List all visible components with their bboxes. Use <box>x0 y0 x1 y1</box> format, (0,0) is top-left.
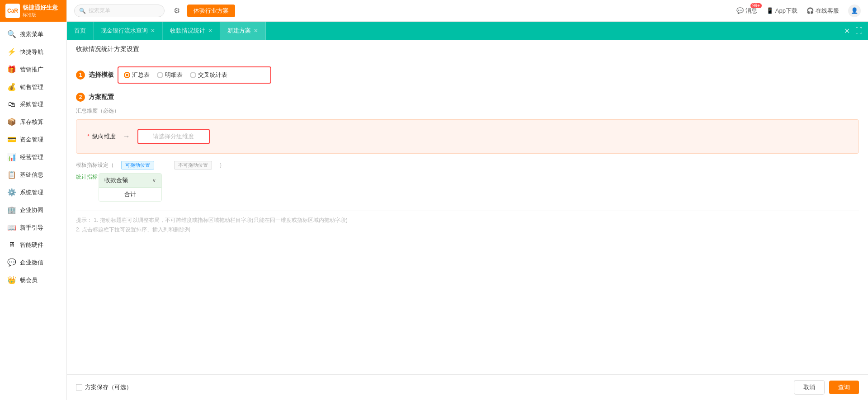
tab-new-plan[interactable]: 新建方案 ✕ <box>220 22 266 40</box>
settings-icon[interactable]: ⚙ <box>174 6 180 15</box>
sidebar-nav: 🔍 搜索菜单 ⚡ 快捷导航 🎁 营销推广 💰 销售管理 🛍 采购管理 📦 库存核… <box>0 22 66 400</box>
tab-collection-stat[interactable]: 收款情况统计 ✕ <box>163 22 220 40</box>
radio-cross-label: 交叉统计表 <box>198 71 227 79</box>
trial-button[interactable]: 体验行业方案 <box>187 5 235 17</box>
sidebar-item-purchase[interactable]: 🛍 采购管理 <box>0 96 66 113</box>
template-select-area: 汇总表 明细表 交叉统计表 <box>118 66 271 84</box>
sidebar-item-label: 新手引导 <box>20 224 43 232</box>
save-option[interactable]: 方案保存（可选） <box>76 383 132 391</box>
step1-number: 1 <box>76 71 85 80</box>
step2-number: 2 <box>76 93 85 102</box>
sidebar-item-corp-collab[interactable]: 🏢 企业协同 <box>0 201 66 219</box>
sidebar-item-label: 库存核算 <box>20 118 43 126</box>
book-icon: 📖 <box>7 223 16 232</box>
content-area: 收款情况统计方案设置 1 选择模板 汇总表 明细表 <box>67 40 868 400</box>
tab-new-plan-close[interactable]: ✕ <box>254 28 258 34</box>
sidebar-item-operations[interactable]: 📊 经营管理 <box>0 148 66 166</box>
metrics-setting-label: 模板指标设定（ <box>76 161 114 169</box>
download-button[interactable]: 📱 App下载 <box>766 7 797 15</box>
metrics-body: 合计 <box>99 188 161 201</box>
close-tab-icon[interactable]: ✕ <box>842 25 852 37</box>
metrics-label-sep <box>161 161 167 169</box>
message-button[interactable]: 💬 消息 99+ <box>736 7 757 15</box>
download-icon: 📱 <box>766 7 774 14</box>
metrics-total: 合计 <box>124 191 136 198</box>
required-mark: * <box>87 133 90 140</box>
sidebar-item-label: 基础信息 <box>20 171 43 179</box>
building-icon: 🏢 <box>7 206 16 214</box>
sidebar-item-basic-info[interactable]: 📋 基础信息 <box>0 166 66 184</box>
sidebar-item-corp-wechat[interactable]: 💬 企业微信 <box>0 254 66 271</box>
sidebar-item-label: 畅会员 <box>20 276 38 284</box>
save-checkbox[interactable] <box>76 384 82 391</box>
step2-section: 2 方案配置 汇总维度（必选） * 纵向维度 → <box>76 93 859 234</box>
step1-header: 1 选择模板 汇总表 明细表 交叉统计表 <box>76 66 859 84</box>
metrics-header[interactable]: 收款金额 ∨ <box>99 174 161 188</box>
radio-cross[interactable]: 交叉统计表 <box>190 71 227 79</box>
sidebar-item-label: 资金管理 <box>20 136 43 144</box>
tab-bank-label: 现金银行流水查询 <box>101 27 148 35</box>
user-icon: 👤 <box>851 7 858 14</box>
card-icon: 💳 <box>7 135 16 144</box>
sidebar-item-member[interactable]: 👑 畅会员 <box>0 271 66 289</box>
config-section: 汇总维度（必选） * 纵向维度 → 请选择分组维度 <box>76 107 859 234</box>
money-icon: 💰 <box>7 83 16 91</box>
tab-collection-label: 收款情况统计 <box>170 27 205 35</box>
radio-detail-label: 明细表 <box>165 71 183 79</box>
sidebar-item-smart-hw[interactable]: 🖥 智能硬件 <box>0 236 66 254</box>
dimension-row: * 纵向维度 → 请选择分组维度 <box>87 129 848 144</box>
topbar-right: 💬 消息 99+ 📱 App下载 🎧 在线客服 👤 <box>736 5 861 17</box>
tab-collection-close[interactable]: ✕ <box>208 28 212 34</box>
tips-section: 提示： 1. 拖动标题栏可以调整布局，不可跨维度或指标区域拖动栏目字段(只能在同… <box>76 211 859 234</box>
radio-detail-dot <box>157 72 163 78</box>
dimension-selector[interactable]: 请选择分组维度 <box>137 129 210 144</box>
sidebar-item-marketing[interactable]: 🎁 营销推广 <box>0 61 66 78</box>
sidebar-item-finance[interactable]: 💳 资金管理 <box>0 131 66 148</box>
radio-detail[interactable]: 明细表 <box>157 71 183 79</box>
sidebar-item-guide[interactable]: 📖 新手引导 <box>0 219 66 236</box>
sidebar-item-quick-nav[interactable]: ⚡ 快捷导航 <box>0 43 66 61</box>
sidebar-item-label: 系统管理 <box>20 188 43 197</box>
radio-summary[interactable]: 汇总表 <box>124 71 150 79</box>
sidebar-item-label: 采购管理 <box>20 100 43 108</box>
expand-icon[interactable]: ⛶ <box>854 25 864 37</box>
service-label: 在线客服 <box>816 7 839 15</box>
tab-home[interactable]: 首页 <box>67 22 94 40</box>
box-icon: 📦 <box>7 118 16 126</box>
metrics-section: 模板指标设定（ 可拖动位置 不可拖动位置 ） 统计指标 <box>76 161 859 202</box>
chevron-down-icon[interactable]: ∨ <box>152 178 156 184</box>
tab-home-label: 首页 <box>74 27 86 35</box>
search-menu-input[interactable]: 🔍 搜索菜单 <box>74 5 165 17</box>
bottom-bar: 方案保存（可选） 取消 查询 <box>67 374 868 400</box>
headset-icon: 🎧 <box>807 7 814 14</box>
sidebar-item-system[interactable]: ⚙️ 系统管理 <box>0 184 66 201</box>
dimension-subtitle: 汇总维度（必选） <box>76 107 859 115</box>
query-button[interactable]: 查询 <box>829 381 859 394</box>
metrics-col-header: 收款金额 <box>104 176 128 184</box>
form-area: 1 选择模板 汇总表 明细表 交叉统计表 <box>67 59 868 374</box>
dimension-area: * 纵向维度 → 请选择分组维度 <box>76 119 859 154</box>
monitor-icon: 🖥 <box>7 241 16 249</box>
message-badge: 99+ <box>750 3 762 8</box>
tabbar: 首页 现金银行流水查询 ✕ 收款情况统计 ✕ 新建方案 ✕ ✕ ⛶ <box>67 22 868 40</box>
sidebar-item-inventory[interactable]: 📦 库存核算 <box>0 113 66 131</box>
cancel-button[interactable]: 取消 <box>794 380 825 395</box>
topbar: 🔍 搜索菜单 ⚙ 体验行业方案 💬 消息 99+ 📱 App下载 🎧 在线客服 … <box>67 0 868 22</box>
clipboard-icon: 📋 <box>7 170 16 179</box>
search-placeholder: 搜索菜单 <box>89 7 110 14</box>
app-edition: 标准版 <box>23 12 58 18</box>
fixed-tag: 不可拖动位置 <box>174 161 212 169</box>
download-label: App下载 <box>775 7 797 15</box>
radio-summary-label: 汇总表 <box>132 71 150 79</box>
flash-icon: ⚡ <box>7 47 16 56</box>
tab-bank[interactable]: 现金银行流水查询 ✕ <box>94 22 163 40</box>
draggable-tag: 可拖动位置 <box>121 161 154 169</box>
service-button[interactable]: 🎧 在线客服 <box>807 7 839 15</box>
app-name: 畅捷通好生意 <box>23 4 58 12</box>
sidebar-item-search[interactable]: 🔍 搜索菜单 <box>0 25 66 43</box>
tab-bank-close[interactable]: ✕ <box>151 28 155 34</box>
arrow-icon: → <box>123 132 130 141</box>
sidebar-item-sales[interactable]: 💰 销售管理 <box>0 78 66 96</box>
user-avatar[interactable]: 👤 <box>848 5 861 17</box>
step1-title: 选择模板 <box>89 71 114 79</box>
